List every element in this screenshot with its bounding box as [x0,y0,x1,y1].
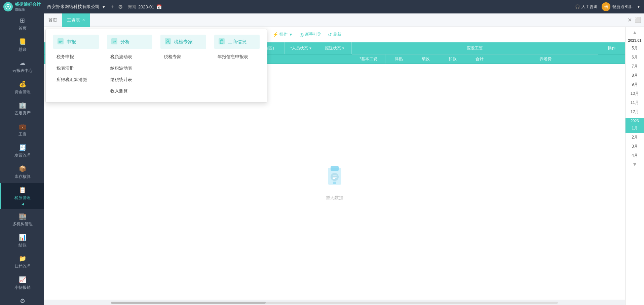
assets-icon: 🏢 [19,102,26,109]
scroll-thumb[interactable] [111,302,266,304]
calendar-icon[interactable]: 📅 [156,4,162,9]
tab-bar: 首页 工资表 ✕ ✕ ⬜ [44,13,644,27]
window-close-icon[interactable]: ✕ [628,17,632,23]
popup-col-business: 工商信息 年报信息申报表 [210,33,264,99]
sidebar-item-multi[interactable]: 🏬 多机构管理 [0,209,44,230]
refresh-icon: ↺ [328,32,332,37]
sidebar-item-cloud[interactable]: ☁ 云报表中心 [0,56,44,77]
period-label: 账期 [128,4,136,10]
refresh-action[interactable]: ↺ 刷新 [326,32,343,37]
sidebar-label-cloud: 云报表中心 [12,68,33,74]
close-period-icon: 📊 [19,234,26,241]
sidebar-item-tax[interactable]: 📋 税务管理 ◀ [0,183,44,209]
multi-icon: 🏬 [19,213,26,220]
right-panel-month-3[interactable]: 3月 [626,142,644,151]
menu-tax-declare[interactable]: 税务申报 [53,51,99,63]
shenbao-icon [56,37,65,46]
sidebar: ⊞ 首页 📒 总账 ☁ 云报表中心 💰 资金管理 🏢 固定资产 💼 工资 🧾 发… [0,13,44,305]
refresh-label: 刷新 [333,32,341,37]
top-bar: 畅捷通好会计 旗舰版 西安虾米网络科技有限公司 ▼ ＋ ⚙ 账期 2023-01… [0,0,644,13]
sidebar-item-settings[interactable]: ⚙ 基础设置 [0,294,44,305]
guide-toolbar-icon: ◎ [300,32,304,37]
right-panel-year-top: 2023.01 [628,37,642,44]
top-actions: ＋ ⚙ [110,3,123,10]
window-expand-icon[interactable]: ⬜ [635,17,641,23]
tab-home[interactable]: 首页 [44,13,62,27]
top-right-area: 🎧 人工咨询 畅 畅捷通B组... ▼ [575,2,641,11]
svg-rect-7 [333,177,337,178]
ledger-icon: 📒 [19,38,26,45]
right-panel-month-9[interactable]: 9月 [626,80,644,89]
sidebar-item-archive[interactable]: 📁 归档管理 [0,252,44,273]
operations-action[interactable]: ⚡ 操作 ▼ [270,32,295,37]
empty-illustration [321,163,348,191]
sidebar-arrow-icon: ◀ [22,202,24,206]
add-icon[interactable]: ＋ [110,3,115,10]
operations-label: 操作 [279,32,288,37]
sidebar-item-inventory[interactable]: 📦 库存核算 [0,162,44,183]
menu-annual-report[interactable]: 年报信息申报表 [214,51,260,63]
right-panel-nav-up[interactable]: ▲ [631,28,639,37]
th2-base-salary: *基本工资 [352,54,385,64]
chevron-down-icon: ▼ [102,4,106,9]
scroll-track [111,302,558,304]
service-button[interactable]: 🎧 人工咨询 [575,4,598,10]
th-ops: 操作 [598,42,625,54]
user-area[interactable]: 畅 畅捷通B组... ▼ [602,2,641,11]
th-status-filter-icon[interactable]: ▼ [309,46,312,50]
expert-title: 税检专家 [174,39,193,45]
th-report-filter-icon[interactable]: ▼ [342,46,345,50]
right-panel-month-11[interactable]: 11月 [626,98,644,107]
sidebar-item-invoice[interactable]: 🧾 发票管理 [0,141,44,162]
right-panel-nav-down[interactable]: ▼ [631,160,639,169]
th-ops-label: 操作 [608,45,616,51]
sidebar-item-fund[interactable]: 💰 资金管理 [0,77,44,98]
menu-income-forecast[interactable]: 收入测算 [107,85,153,97]
sidebar-item-home[interactable]: ⊞ 首页 [0,13,44,35]
sidebar-item-close[interactable]: 📊 结账 [0,230,44,252]
svg-rect-8 [333,178,335,179]
menu-tax-expert[interactable]: 税检专家 [160,51,206,63]
invoice-icon: 🧾 [19,144,26,151]
right-panel-month-2[interactable]: 2月 [626,133,644,142]
bottom-scrollbar[interactable] [44,300,625,305]
tab-close-icon[interactable]: ✕ [82,18,85,22]
analysis-icon [110,37,118,46]
right-panel-month-7[interactable]: 7月 [626,62,644,71]
menu-tax-burden[interactable]: 税负波动表 [107,51,153,63]
sidebar-item-report[interactable]: 📈 小畅报销 [0,273,44,294]
svg-text:畅: 畅 [604,5,608,9]
popup-col-analysis: 分析 税负波动表 纳税波动表 纳税统计表 收入测算 [103,33,157,99]
inventory-icon: 📦 [19,165,26,173]
tab-salary-table[interactable]: 工资表 ✕ [62,13,90,27]
sidebar-label-home: 首页 [18,26,27,31]
guide-action[interactable]: ◎ 新手引导 [298,32,323,37]
settings-icon[interactable]: ⚙ [118,4,123,10]
menu-tax-table[interactable]: 税表清册 [53,63,99,74]
popup-header-shenbao: 申报 [53,35,99,49]
right-panel-month-10[interactable]: 10月 [626,89,644,98]
business-title: 工商信息 [228,39,247,45]
right-panel-month-6[interactable]: 6月 [626,53,644,62]
th2-deduct: 扣款 [439,54,466,64]
sidebar-item-assets[interactable]: 🏢 固定资产 [0,98,44,119]
menu-income-tax-settle[interactable]: 所得税汇算清缴 [53,74,99,85]
right-panel-month-8[interactable]: 8月 [626,71,644,80]
svg-rect-12 [165,38,171,44]
sidebar-item-ledger[interactable]: 📒 总账 [0,35,44,56]
right-panel-year-label: 2023 [626,118,644,124]
period-area: 账期 2023-01 📅 [128,4,162,10]
menu-tax-stats[interactable]: 纳税统计表 [107,74,153,85]
right-panel-month-4[interactable]: 4月 [626,151,644,160]
right-panel-month-5[interactable]: 5月 [626,44,644,53]
sidebar-label-inventory: 库存核算 [14,174,31,180]
company-selector[interactable]: 西安虾米网络科技有限公司 ▼ [47,4,106,10]
svg-rect-4 [331,166,339,171]
menu-tax-wave[interactable]: 纳税波动表 [107,63,153,74]
right-panel-month-1[interactable]: 1月 [626,124,644,133]
right-panel: ▲ 2023.01 5月 6月 7月 8月 9月 10月 11月 12月 202… [625,27,644,305]
sidebar-label-close: 结账 [18,242,27,248]
sidebar-item-salary[interactable]: 💼 工资 [0,119,44,141]
right-panel-month-12[interactable]: 12月 [626,107,644,116]
shenbao-title: 申报 [67,39,76,45]
